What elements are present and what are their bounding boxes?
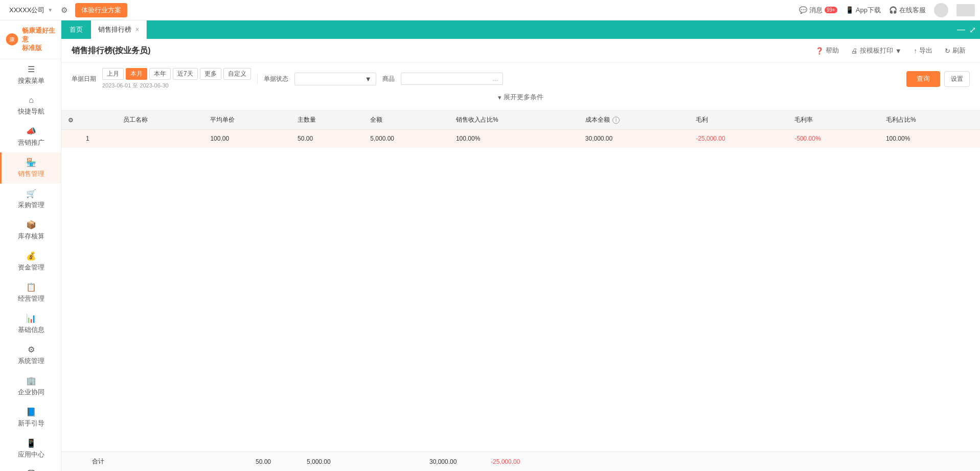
app-icon: 📱 [846, 6, 854, 14]
data-table: ⚙ 员工名称 平均单价 主数量 全额 销售收入占比% 成本全额 i 毛利 毛利率 [61, 110, 980, 148]
status-select[interactable]: ▼ [294, 73, 376, 85]
more-icon: … [492, 75, 498, 82]
td-settings [61, 130, 80, 148]
date-btn-custom[interactable]: 自定义 [223, 68, 251, 80]
main-content: 首页 销售排行榜 × — ⤢ 销售排行榜(按业务员) ❓ 帮助 🖨 按模 [61, 20, 980, 471]
company-selector[interactable]: XXXXX公司 ▼ [5, 4, 57, 17]
sidebar-item-label: 系统管理 [18, 356, 44, 366]
sidebar-item-label: 基础信息 [18, 325, 44, 334]
sidebar-item-label: 采购管理 [18, 200, 44, 210]
company-name: XXXXX公司 [9, 6, 44, 15]
date-btn-last-month[interactable]: 上月 [102, 68, 124, 80]
sales-icon: 🏪 [26, 158, 36, 167]
sidebar-item-enterprise-wechat[interactable]: 💬 企业微信 [0, 464, 61, 471]
sidebar-item-marketing[interactable]: 📣 营销推广 [0, 121, 61, 152]
table-footer: 合计 50.00 5,000.00 30,000.00 -25,000.00 [61, 452, 980, 471]
date-range: 2023-06-01 至 2023-06-30 [102, 82, 251, 89]
help-icon: ❓ [815, 47, 824, 55]
top-header: XXXXX公司 ▼ ⚙ 体验行业方案 💬 消息 99+ 📱 App下载 🎧 在线… [0, 0, 980, 20]
expand-down-icon: ▾ [498, 94, 502, 101]
app-center-icon: 📱 [26, 438, 36, 448]
sidebar-item-app-center[interactable]: 📱 应用中心 [0, 433, 61, 464]
header-right: 💬 消息 99+ 📱 App下载 🎧 在线客服 [799, 3, 975, 17]
help-button[interactable]: ❓ 帮助 [811, 44, 843, 57]
tab-home[interactable]: 首页 [61, 20, 91, 39]
filter-row-main: 单据日期 上月 本月 本年 近7天 更多 自定义 2023-06-01 至 20… [72, 68, 970, 89]
filter-settings-button[interactable]: 设置 [944, 71, 970, 87]
page-header: 销售排行榜(按业务员) ❓ 帮助 🖨 按模板打印 ▼ ↑ 导出 ↻ 刷新 [61, 39, 980, 63]
sidebar-item-purchase[interactable]: 🛒 采购管理 [0, 184, 61, 215]
avatar[interactable] [934, 3, 948, 17]
th-avg-price: 平均单价 [204, 110, 291, 130]
table-header-row: ⚙ 员工名称 平均单价 主数量 全额 销售收入占比% 成本全额 i 毛利 毛利率 [61, 110, 980, 130]
table-area: ⚙ 员工名称 平均单价 主数量 全额 销售收入占比% 成本全额 i 毛利 毛利率 [61, 110, 980, 452]
td-qty: 50.00 [291, 130, 364, 148]
sidebar-item-inventory[interactable]: 📦 库存核算 [0, 215, 61, 246]
settings-icon[interactable]: ⚙ [57, 3, 71, 17]
page-actions: ❓ 帮助 🖨 按模板打印 ▼ ↑ 导出 ↻ 刷新 [811, 44, 970, 57]
sidebar-item-search-order[interactable]: ☰ 搜索菜单 [0, 59, 61, 91]
chevron-down-icon: ▼ [365, 75, 372, 83]
sidebar-item-finance[interactable]: 💰 资金管理 [0, 246, 61, 277]
sidebar-item-label: 企业协同 [18, 388, 44, 397]
tab-bar-right: — ⤢ [957, 25, 980, 35]
sidebar-item-operations[interactable]: 📋 经营管理 [0, 277, 61, 308]
online-service-btn[interactable]: 🎧 在线客服 [889, 6, 926, 15]
sidebar-item-basic-info[interactable]: 📊 基础信息 [0, 308, 61, 340]
query-button[interactable]: 查询 [906, 71, 940, 87]
logo-text: 畅康通好生意 标准版 [22, 27, 56, 53]
sidebar-item-label: 经营管理 [18, 294, 44, 303]
sidebar-item-system[interactable]: ⚙ 系统管理 [0, 340, 61, 371]
sidebar: 康 畅康通好生意 标准版 ☰ 搜索菜单 ⌂ 快捷导航 📣 营销推广 🏪 销售 [0, 20, 61, 471]
trial-button[interactable]: 体验行业方案 [75, 3, 127, 17]
sidebar-item-guide[interactable]: 📘 新手引导 [0, 402, 61, 433]
th-gross: 毛利 [690, 110, 788, 130]
filter-expand-row[interactable]: ▾ 展开更多条件 [72, 89, 970, 105]
export-button[interactable]: ↑ 导出 [910, 44, 937, 57]
cost-info-icon[interactable]: i [612, 117, 620, 124]
date-btn-this-month[interactable]: 本月 [126, 68, 147, 80]
tab-sales-ranking[interactable]: 销售排行榜 × [91, 20, 147, 39]
th-gross-pct: 毛利占比% [880, 110, 980, 130]
footer-label: 合计 [86, 457, 127, 466]
date-btn-more[interactable]: 更多 [200, 68, 221, 80]
th-settings[interactable]: ⚙ [61, 110, 80, 130]
page-title: 销售排行榜(按业务员) [72, 46, 151, 56]
template-print-button[interactable]: 🖨 按模板打印 ▼ [847, 44, 906, 57]
filter-area: 单据日期 上月 本月 本年 近7天 更多 自定义 2023-06-01 至 20… [61, 63, 980, 110]
sidebar-menu: ☰ 搜索菜单 ⌂ 快捷导航 📣 营销推广 🏪 销售管理 🛒 采购管理 📦 库 [0, 59, 61, 471]
sidebar-item-label: 新手引导 [18, 419, 44, 428]
maximize-icon[interactable]: ⤢ [969, 25, 976, 35]
message-badge: 99+ [825, 7, 837, 13]
th-employee: 员工名称 [117, 110, 204, 130]
td-cost: 30,000.00 [579, 130, 690, 148]
search-menu-icon: ☰ [28, 64, 35, 74]
print-icon: 🖨 [851, 47, 858, 55]
operations-icon: 📋 [26, 282, 36, 292]
th-rank [80, 110, 117, 130]
message-icon: 💬 [799, 6, 807, 14]
sidebar-item-enterprise-collab[interactable]: 🏢 企业协同 [0, 371, 61, 402]
sidebar-item-quick-nav[interactable]: ⌂ 快捷导航 [0, 91, 61, 121]
date-btn-7days[interactable]: 近7天 [173, 68, 198, 80]
date-btn-this-year[interactable]: 本年 [149, 68, 171, 80]
sidebar-item-label: 应用中心 [18, 450, 44, 459]
megaphone-icon: 📣 [26, 126, 36, 136]
guide-icon: 📘 [26, 407, 36, 417]
minimize-icon[interactable]: — [957, 25, 965, 34]
th-cost: 成本全额 i [579, 110, 690, 130]
footer-amount: 5,000.00 [301, 458, 362, 465]
sidebar-item-label: 库存核算 [18, 232, 44, 241]
user-name [956, 4, 975, 16]
th-amount: 全额 [364, 110, 450, 130]
goods-select[interactable]: … [401, 73, 503, 85]
refresh-button[interactable]: ↻ 刷新 [941, 44, 970, 57]
sidebar-item-sales[interactable]: 🏪 销售管理 [0, 152, 61, 184]
app-download-btn[interactable]: 📱 App下载 [846, 6, 881, 15]
message-btn[interactable]: 💬 消息 99+ [799, 6, 837, 15]
th-sales-pct: 销售收入占比% [450, 110, 579, 130]
td-rank: 1 [80, 130, 117, 148]
finance-icon: 💰 [26, 251, 36, 261]
system-icon: ⚙ [28, 345, 35, 354]
tab-close-icon[interactable]: × [135, 26, 139, 33]
